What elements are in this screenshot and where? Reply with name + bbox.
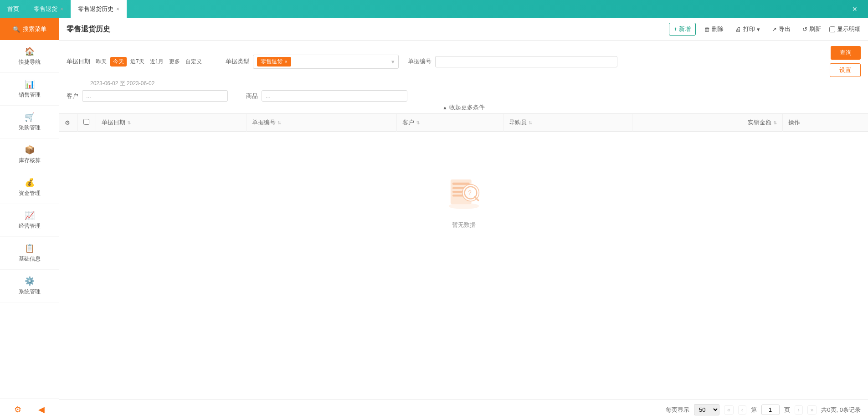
filter-date-label: 单据日期 (67, 57, 90, 66)
sidebar-search[interactable]: 🔍 搜索菜单 (0, 18, 59, 40)
operations-icon: 📈 (25, 210, 35, 220)
sidebar-item-base-info[interactable]: 📋 基础信息 (0, 237, 59, 270)
th-amount-sortable[interactable]: 实销金额 ⇅ (638, 118, 777, 127)
sidebar-item-system-mgmt[interactable]: ⚙️ 系统管理 (0, 270, 59, 302)
total-label: 共0页, 0条记录 (821, 406, 861, 414)
pagination-bar: 每页显示 50 10 20 100 « ‹ 第 页 › » 共0页, 0条记录 (59, 399, 868, 420)
settings-gear-icon[interactable]: ⚙ (14, 405, 21, 415)
filter-date-options: 昨天 今天 近7天 近1月 更多 自定义 (94, 57, 204, 67)
new-button[interactable]: + 新增 (669, 23, 696, 36)
empty-state-row: ? 暂无数据 (59, 132, 868, 266)
print-button[interactable]: 🖨 打印 ▾ (732, 23, 764, 35)
home-icon: 🏠 (25, 46, 35, 56)
page-end: 页 (784, 406, 790, 414)
date-option-yesterday[interactable]: 昨天 (94, 57, 108, 67)
date-option-1month[interactable]: 近1月 (148, 57, 166, 67)
date-option-today[interactable]: 今天 (110, 57, 127, 67)
th-customer-sortable[interactable]: 客户 ⇅ (402, 118, 498, 127)
sidebar-item-sales-label: 销售管理 (19, 91, 41, 99)
display-toggle[interactable]: 显示明细 (829, 25, 861, 33)
tab-retail-return-history-close[interactable]: × (116, 6, 119, 12)
sidebar-item-inventory[interactable]: 📦 库存核算 (0, 138, 59, 171)
collapse-filter-button[interactable]: ▲ 收起更多条件 (442, 103, 485, 112)
content-area: 零售退货历史 + 新增 🗑 删除 🖨 打印 ▾ ↗ 导出 (59, 18, 868, 420)
th-doc-num-sortable[interactable]: 单据编号 ⇅ (252, 118, 391, 127)
setting-button[interactable]: 设置 (830, 63, 861, 77)
th-checkbox (77, 114, 96, 132)
tab-retail-return-history[interactable]: 零售退货历史 × (71, 0, 127, 18)
date-option-7days[interactable]: 近7天 (128, 57, 146, 67)
table-body: ? 暂无数据 (59, 132, 868, 266)
th-amount: 实销金额 ⇅ (632, 114, 782, 132)
sidebar-item-quick-nav-label: 快捷导航 (19, 58, 41, 66)
export-button[interactable]: ↗ 导出 (768, 23, 794, 35)
filter-doc-type-select[interactable]: 零售退货 × ▾ (253, 55, 399, 69)
th-customer-label: 客户 (402, 118, 414, 127)
page-size-select[interactable]: 50 10 20 100 (694, 404, 719, 415)
collapse-arrow-icon: ▲ (442, 105, 447, 110)
page-input[interactable] (761, 405, 780, 415)
main-layout: 🔍 搜索菜单 🏠 快捷导航 📊 销售管理 🛒 采购管理 📦 库存核算 💰 资金管… (0, 18, 868, 420)
tab-home[interactable]: 首页 (0, 0, 26, 18)
th-settings[interactable]: ⚙ (59, 114, 77, 132)
next-page-button[interactable]: › (795, 405, 803, 415)
filter-customer-select[interactable]: ... (82, 90, 228, 102)
sort-customer-icon: ⇅ (416, 120, 420, 125)
filter-group-date: 单据日期 昨天 今天 近7天 近1月 更多 自定义 (67, 57, 207, 67)
date-range-display: 2023-06-02 至 2023-06-02 (90, 80, 861, 87)
th-doc-date-label: 单据日期 (102, 118, 125, 127)
th-guide-sortable[interactable]: 导购员 ⇅ (509, 118, 626, 127)
filter-goods-select[interactable]: ... (262, 90, 407, 102)
tab-retail-return-close[interactable]: × (60, 6, 63, 12)
filter-doc-num-input[interactable] (435, 56, 617, 67)
sidebar-item-inventory-label: 库存核算 (19, 157, 41, 164)
prev-page-button[interactable]: ‹ (738, 405, 746, 415)
query-button[interactable]: 查询 (831, 46, 861, 60)
sidebar: 🔍 搜索菜单 🏠 快捷导航 📊 销售管理 🛒 采购管理 📦 库存核算 💰 资金管… (0, 18, 59, 420)
last-page-button[interactable]: » (807, 405, 817, 415)
refresh-icon: ↺ (802, 26, 807, 33)
date-option-more[interactable]: 更多 (167, 57, 182, 67)
refresh-button[interactable]: ↺ 刷新 (799, 23, 825, 35)
tab-retail-return[interactable]: 零售退货 × (26, 0, 71, 18)
sidebar-item-purchase-mgmt[interactable]: 🛒 采购管理 (0, 106, 59, 138)
sidebar-item-operations-label: 经营管理 (19, 222, 41, 230)
customer-placeholder: ... (86, 92, 91, 99)
th-doc-date-sortable[interactable]: 单据日期 ⇅ (102, 118, 241, 127)
th-op-label: 操作 (788, 119, 800, 126)
filter-tag-retail-return: 零售退货 × (257, 57, 291, 67)
table-container: ⚙ 单据日期 ⇅ 单据编号 (59, 114, 868, 399)
collapse-sidebar-icon[interactable]: ◀ (38, 405, 45, 415)
tab-bar: 首页 零售退货 × 零售退货历史 × (0, 0, 848, 18)
tab-retail-return-label: 零售退货 (34, 5, 57, 13)
filter-section: 单据日期 昨天 今天 近7天 近1月 更多 自定义 单据类型 (59, 41, 868, 114)
select-all-checkbox[interactable] (83, 119, 89, 125)
sidebar-item-quick-nav[interactable]: 🏠 快捷导航 (0, 40, 59, 73)
sidebar-item-operations[interactable]: 📈 经营管理 (0, 204, 59, 237)
th-doc-date: 单据日期 ⇅ (96, 114, 246, 132)
svg-rect-2 (452, 183, 470, 185)
filter-tag-close[interactable]: × (284, 59, 287, 64)
sidebar-item-finance[interactable]: 💰 资金管理 (0, 171, 59, 204)
settings-table-icon[interactable]: ⚙ (65, 119, 70, 126)
inventory-icon: 📦 (25, 145, 35, 155)
first-page-button[interactable]: « (724, 405, 734, 415)
sort-guide-icon: ⇅ (529, 120, 532, 125)
purchase-icon: 🛒 (25, 112, 35, 122)
sidebar-item-sales-mgmt[interactable]: 📊 销售管理 (0, 73, 59, 106)
th-guide: 导购员 ⇅ (503, 114, 632, 132)
date-option-custom[interactable]: 自定义 (184, 57, 204, 67)
th-customer: 客户 ⇅ (397, 114, 503, 132)
filter-tag-label: 零售退货 (261, 58, 282, 66)
filter-goods-label: 商品 (246, 92, 258, 100)
display-checkbox[interactable] (829, 26, 835, 32)
filter-group-doc-type: 单据类型 零售退货 × ▾ (226, 55, 399, 69)
delete-button[interactable]: 🗑 删除 (700, 23, 727, 35)
finance-icon: 💰 (25, 178, 35, 188)
delete-icon: 🗑 (704, 26, 710, 33)
goods-placeholder: ... (266, 92, 271, 99)
svg-text:?: ? (468, 189, 471, 196)
search-icon: 🔍 (13, 26, 20, 33)
print-arrow-icon: ▾ (757, 26, 760, 33)
window-close-button[interactable]: × (848, 5, 861, 14)
